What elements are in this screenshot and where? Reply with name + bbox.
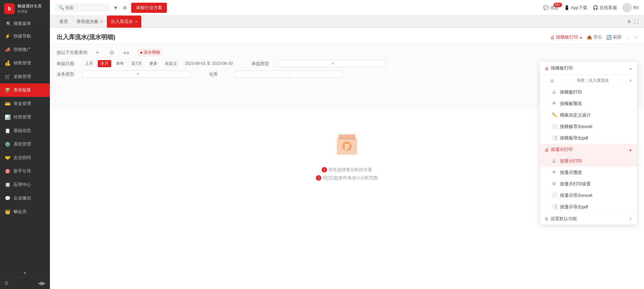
industry-btn[interactable]: 体验行业方案	[131, 3, 167, 13]
dropdown-current-item[interactable]: 🖨 当前：出入库流水 ▼	[540, 75, 637, 86]
sidebar-item-marketing[interactable]: 📣 营销推广	[0, 43, 50, 56]
empty-illustration	[330, 128, 364, 161]
tab-maximize-btn[interactable]: ⛶	[634, 19, 639, 24]
dropdown-item-print-settings-display[interactable]: ⚙ 按显示打印设置	[540, 178, 637, 190]
expand-filter-btn[interactable]: «»	[121, 49, 131, 56]
config-filter-btn[interactable]: ⊙	[108, 49, 116, 56]
settings-bottom-btn[interactable]: ⚙	[4, 280, 9, 286]
sidebar-item-sales[interactable]: 💰 销售管理	[0, 56, 50, 70]
tab-flow-label: 出入库流水	[111, 19, 133, 25]
tab-batch-close[interactable]: ×	[100, 20, 103, 24]
print-icon: 🖨	[550, 35, 555, 40]
tab-home[interactable]: 首页	[55, 16, 72, 28]
sidebar-item-quick-nav[interactable]: ⚡ 快捷导航	[0, 29, 50, 43]
sidebar-item-app-center[interactable]: 🔲 应用中心	[0, 178, 50, 191]
dropdown-item-print-template[interactable]: 🖨 按模板打印	[540, 86, 637, 98]
date-tag-7days[interactable]: 近7天	[129, 60, 145, 67]
voucher-type-select[interactable]: ▼	[277, 60, 385, 67]
add-filter-btn[interactable]: ＋	[93, 48, 102, 57]
topbar-search-icon: 🔍	[59, 5, 64, 10]
logo-area: b 畅捷通好生意 标准版	[0, 0, 50, 18]
sidebar-item-label: 企业协同	[13, 155, 31, 161]
topbar-dropdown-btn[interactable]: ▼	[112, 4, 119, 12]
sidebar-item-wechat[interactable]: 💬 企业微信	[0, 191, 50, 205]
sidebar-item-finance[interactable]: 💳 资金管理	[0, 97, 50, 110]
export-excel-template-label: 按模板导出excel	[560, 124, 592, 130]
dropdown-item-preview-template[interactable]: 👁 按模板预览	[540, 98, 637, 109]
scroll-down-btn[interactable]: ▼	[23, 271, 27, 275]
print-template-btn[interactable]: 🖨 按模板打印 ▲	[550, 34, 583, 40]
more-actions-btn[interactable]: ···	[634, 35, 637, 40]
sidebar-item-label: 企业微信	[13, 195, 31, 201]
sidebar-item-member[interactable]: 👑 畅会员	[0, 205, 50, 218]
sales-icon: 💰	[4, 60, 11, 67]
active-filter-tag[interactable]: 流水明细	[137, 49, 163, 56]
finance-icon: 💳	[4, 100, 11, 107]
dropdown-item-export-pdf-template[interactable]: 📑 按模板导出pdf	[540, 132, 637, 144]
dropdown-footer-settings[interactable]: ⚙ 设置默认功能 ▼	[540, 213, 637, 225]
page-actions: 🖨 按模板打印 ▲ 📤 导出 🔄 刷新 | ···	[550, 34, 637, 40]
dropdown-item-custom-template[interactable]: ✏️ 模板自定义设计	[540, 109, 637, 121]
topbar-gear-btn[interactable]: ⚙	[121, 4, 128, 12]
inventory-icon: 📦	[4, 87, 11, 94]
export-btn[interactable]: 📤 导出	[587, 34, 602, 40]
refresh-label: 刷新	[613, 34, 622, 40]
warehouse-select[interactable]: ···	[235, 71, 343, 78]
dropdown-item-preview-display[interactable]: 👁 按显示预览	[540, 167, 637, 178]
page-title: 出入库流水(流水明细)	[57, 33, 115, 41]
app-download-btn[interactable]: 📱 App下载	[564, 5, 587, 11]
tab-flow[interactable]: 出入库流水 ×	[107, 16, 141, 28]
member-icon: 👑	[4, 208, 11, 215]
footer-settings-label: 设置默认功能	[551, 216, 577, 222]
display-group-header[interactable]: 🖨 按显示打印 ▲	[540, 144, 637, 155]
print-template-label: 按模板打印	[556, 34, 578, 40]
date-tag-this-year[interactable]: 本年	[113, 60, 127, 67]
custom-template-icon: ✏️	[552, 112, 557, 118]
topbar-search-box[interactable]: 🔍	[55, 4, 109, 11]
export-label: 导出	[593, 34, 602, 40]
refresh-btn[interactable]: 🔄 刷新	[606, 34, 622, 40]
date-tag-last-month[interactable]: 上月	[82, 60, 96, 67]
tab-close-page-btn[interactable]: ✕	[627, 19, 631, 24]
date-filter-tags: 上月 本月 本年 近7天 更多 自定义	[82, 60, 180, 67]
sidebar-item-cooperation[interactable]: 🤝 企业协同	[0, 151, 50, 164]
marketing-icon: 📣	[4, 46, 11, 53]
dropdown-item-export-pdf-display[interactable]: 📑 按显示导出pdf	[540, 201, 637, 213]
user-area[interactable]: Rit	[622, 3, 639, 12]
svg-rect-5	[345, 149, 348, 150]
online-service-btn[interactable]: 🎧 在线客服	[593, 5, 617, 11]
topbar-search-input[interactable]	[65, 5, 99, 10]
sidebar-item-inventory[interactable]: 📦 库存核算	[0, 83, 50, 97]
svg-rect-4	[345, 147, 349, 148]
sidebar-item-basic[interactable]: 📋 基础信息	[0, 124, 50, 137]
current-icon: 🖨	[550, 78, 554, 83]
tab-batch[interactable]: 库存批次账 ×	[72, 16, 107, 28]
date-tag-custom[interactable]: 自定义	[162, 60, 180, 67]
system-icon: ⚙️	[4, 141, 11, 148]
dropdown-header: 🖨 按模板打印 ▲	[540, 62, 637, 75]
date-tag-this-month[interactable]: 本月	[98, 60, 111, 67]
phone-icon: 📱	[564, 5, 569, 10]
dropdown-item-export-excel-display[interactable]: 📄 按显示导出excel	[540, 190, 637, 201]
date-tag-more[interactable]: 更多	[147, 60, 160, 67]
export-pdf-display-icon: 📑	[552, 204, 557, 210]
sidebar-item-guide[interactable]: 🎯 新手引导	[0, 164, 50, 178]
user-avatar	[622, 3, 632, 12]
sidebar-item-operation[interactable]: 📊 经营管理	[0, 110, 50, 124]
tab-batch-label: 库存批次账	[77, 19, 98, 25]
dropdown-item-export-excel-template[interactable]: 📄 按模板导出excel	[540, 121, 637, 132]
sidebar-item-purchase[interactable]: 🛒 采购管理	[0, 70, 50, 83]
export-excel-display-label: 按显示导出excel	[560, 192, 592, 199]
biz-type-select[interactable]: ▼	[82, 71, 190, 78]
display-group-arrow-icon: ▲	[629, 148, 632, 152]
dropdown-item-print-display[interactable]: 🖨 按显示打印	[540, 155, 637, 167]
voucher-type-arrow: ▼	[331, 62, 381, 65]
sidebar-search-item[interactable]: 🔍 搜索菜单	[0, 18, 50, 29]
sidebar-item-label: 资金管理	[13, 101, 31, 107]
collapse-sidebar-btn[interactable]: ◀▶	[38, 280, 46, 286]
message-btn[interactable]: 💬 消息 99+	[543, 5, 559, 11]
sidebar-item-system[interactable]: ⚙️ 系统管理	[0, 137, 50, 151]
tab-flow-close[interactable]: ×	[135, 20, 137, 24]
footer-settings-icon: ⚙	[545, 216, 549, 221]
operation-icon: 📊	[4, 114, 11, 121]
